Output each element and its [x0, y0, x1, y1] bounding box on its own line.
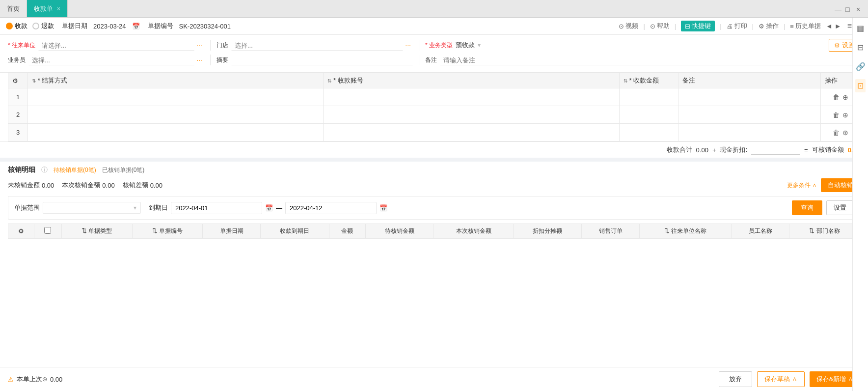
help-link[interactable]: ⊙ 帮助 [650, 22, 670, 30]
biztype-dropdown[interactable]: ▾ [478, 42, 481, 49]
nav-next[interactable]: ► [835, 22, 841, 30]
row-2-remark[interactable] [678, 106, 820, 124]
store-ellipsis[interactable]: ··· [403, 41, 413, 49]
save-draft-label: 保存草稿 ∧ [764, 375, 797, 384]
radio-collection[interactable]: 收款 [6, 22, 27, 30]
more-conditions-btn[interactable]: 更多条件 ∧ [787, 181, 817, 190]
row-3-amount[interactable] [619, 124, 678, 141]
layout-list-btn[interactable]: ≡ [846, 22, 853, 30]
remark-input[interactable] [440, 55, 860, 65]
delete-icon-3[interactable]: 🗑 [833, 129, 840, 137]
th-settle: ⇅ * 结算方式 [28, 73, 324, 88]
print-icon: 🖨 [727, 23, 733, 30]
query-btn[interactable]: 查询 [792, 200, 822, 215]
row-1-remark[interactable] [678, 88, 820, 106]
delete-icon-1[interactable]: 🗑 [833, 93, 840, 101]
summary-input[interactable] [231, 55, 413, 65]
row-2-settle[interactable] [28, 106, 324, 124]
bth-current: 本次核销金额 [434, 224, 513, 239]
partner-ellipsis[interactable]: ··· [194, 41, 204, 49]
panel-icon-4[interactable]: ⊡ [855, 79, 866, 92]
radio-collection-circle [6, 23, 13, 29]
delete-icon-2[interactable]: 🗑 [833, 111, 840, 119]
discount-label: 现金折扣: [720, 145, 747, 154]
print-link[interactable]: 🖨 打印 [727, 22, 747, 30]
panel-icon-3[interactable]: 🔗 [854, 60, 868, 73]
salesman-input[interactable] [28, 55, 194, 65]
equals-sign: = [804, 146, 808, 154]
copy-icon-1[interactable]: ⊕ [842, 93, 848, 101]
partner-label: * 往来单位 [8, 41, 35, 50]
divider1 [210, 40, 211, 51]
th-remark-label: 备注 [682, 77, 695, 84]
row-2-amount[interactable] [619, 106, 678, 124]
discount-input[interactable] [751, 145, 800, 155]
summary-label: 摘要 [217, 56, 228, 64]
date-to-input[interactable] [285, 202, 377, 214]
divider2 [419, 40, 419, 51]
row-3-settle[interactable] [28, 124, 324, 141]
gear-icon[interactable]: ⚙ [12, 77, 18, 84]
history-icon: ≡ [790, 23, 794, 30]
tab-current-label: 收款单 [34, 4, 53, 13]
pending-tab[interactable]: 待核销单据(0笔) [54, 166, 96, 174]
table-area: ⚙ ⇅ * 结算方式 ⇅ * 收款账号 ⇅ * 收款金额 [0, 73, 868, 141]
info-icon[interactable]: ⓘ [41, 166, 48, 174]
select-all-checkbox[interactable] [44, 227, 51, 234]
row-1-amount[interactable] [619, 88, 678, 106]
biztype-field: * 业务类型 预收款 ▾ [425, 41, 612, 50]
number-label: 单据编号 [148, 22, 173, 30]
tab-home[interactable]: 首页 [0, 0, 27, 17]
help-icon: ⊙ [650, 23, 655, 30]
close-btn[interactable]: × [856, 5, 863, 12]
minimize-btn[interactable]: — [835, 5, 841, 12]
history-link[interactable]: ≡ 历史单据 [790, 22, 821, 30]
row-1-settle[interactable] [28, 88, 324, 106]
filter-settings-btn[interactable]: 设置 [826, 200, 854, 215]
bottom-table-wrapper: ⚙ ⇅ 单据类型 ⇅ 单据编号 单据日期 [8, 223, 860, 239]
save-new-label: 保存&新增 ∧ [816, 375, 853, 384]
row-3-account[interactable] [324, 124, 619, 141]
nav-prev[interactable]: ◄ [826, 22, 833, 30]
copy-icon-3[interactable]: ⊕ [842, 129, 848, 137]
th-gear: ⚙ [8, 73, 28, 88]
store-input[interactable] [231, 40, 403, 51]
date-icon[interactable]: 📅 [132, 23, 140, 30]
th-action-label: 操作 [825, 77, 838, 84]
copy-icon-2[interactable]: ⊕ [842, 111, 848, 119]
cal-from-icon[interactable]: 📅 [265, 204, 273, 212]
save-draft-btn[interactable]: 保存草稿 ∧ [757, 371, 805, 387]
radio-refund[interactable]: 退款 [32, 22, 54, 30]
range-select[interactable]: ▾ [43, 202, 141, 214]
tab-current[interactable]: 收款单 × [27, 0, 68, 17]
sep4: | [752, 23, 754, 30]
panel-icon-2[interactable]: ⊟ [855, 41, 866, 54]
tab-close-btn[interactable]: × [57, 5, 60, 12]
range-filter: 单据范围 ▾ [14, 202, 141, 214]
maximize-btn[interactable]: □ [845, 5, 852, 12]
abandon-btn[interactable]: 放弃 [719, 371, 752, 387]
salesman-ellipsis[interactable]: ··· [194, 56, 204, 64]
toolbar-right: ⊙ 视频 | ⊙ 帮助 | ⊟ 快捷键 | 🖨 打印 | ⚙ 操作 [619, 21, 862, 31]
done-tab[interactable]: 已核销单据(0笔) [102, 166, 145, 174]
date-label: 单据日期 [62, 22, 87, 30]
cal-to-icon[interactable]: 📅 [380, 204, 387, 212]
summary-field: 摘要 [217, 55, 413, 65]
date-from-input[interactable] [171, 202, 262, 214]
partner-input[interactable] [38, 40, 194, 51]
row-num-1: 1 [8, 88, 28, 106]
row-1-account[interactable] [324, 88, 619, 106]
bth-amount: 金额 [329, 224, 365, 239]
shortcut-btn[interactable]: ⊟ 快捷键 [681, 21, 715, 31]
panel-icon-1[interactable]: ▦ [855, 22, 866, 35]
number-field: 单据编号 SK-20230324-001 [148, 22, 231, 30]
row-3-remark[interactable] [678, 124, 820, 141]
diff-stat: 核销差额 0.00 [123, 181, 163, 190]
gear-icon-bottom[interactable]: ⚙ [18, 227, 24, 235]
partner-field: * 往来单位 ··· [8, 40, 204, 51]
reconcile-section: 核销明细 ⓘ 待核销单据(0笔) 已核销单据(0笔) 未核销金额 0.00 本次… [0, 162, 868, 243]
row-2-account[interactable] [324, 106, 619, 124]
video-link[interactable]: ⊙ 视频 [619, 22, 638, 30]
operation-link[interactable]: ⚙ 操作 [759, 22, 779, 30]
table-row: 2 🗑 ⊕ [8, 106, 860, 124]
